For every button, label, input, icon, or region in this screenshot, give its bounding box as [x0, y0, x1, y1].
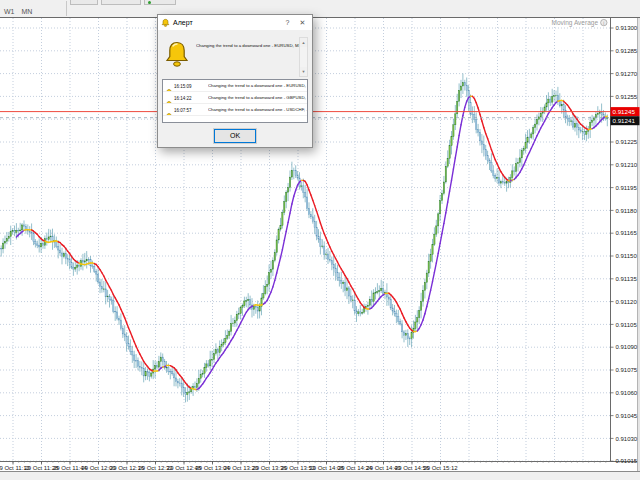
svg-text:0.91015: 0.91015	[616, 458, 638, 464]
svg-text:0.91241: 0.91241	[613, 117, 636, 124]
dialog-title-bar[interactable]: Алерт ? ✕	[158, 15, 312, 30]
svg-text:0.91105: 0.91105	[616, 322, 638, 328]
svg-text:0.91150: 0.91150	[616, 253, 638, 259]
alert-message: Changing the trend to a downward one - E…	[196, 43, 275, 47]
bell-icon	[165, 82, 174, 90]
scrollbar-track[interactable]	[300, 47, 307, 67]
alert-list-item[interactable]: 16:15:09Changing the trend to a downward…	[163, 80, 307, 92]
timeframe-buttons: W1MN	[0, 0, 35, 17]
toolbar-button-stub[interactable]	[70, 0, 98, 5]
svg-text:0.91195: 0.91195	[616, 185, 638, 191]
bell-icon	[161, 14, 170, 32]
svg-text:0.91045: 0.91045	[616, 413, 638, 419]
svg-text:0.91075: 0.91075	[616, 367, 638, 373]
scroll-down-button[interactable]: ▼	[300, 67, 307, 76]
svg-text:0.91270: 0.91270	[616, 71, 638, 77]
scroll-up-button[interactable]: ▲	[300, 38, 307, 47]
alert-list: 16:15:09Changing the trend to a downward…	[162, 79, 308, 123]
toolbar: W1MN	[0, 0, 640, 17]
status-dot-icon	[148, 1, 151, 4]
indicator-label: Moving Averagei	[552, 19, 608, 27]
svg-text:0.91030: 0.91030	[616, 436, 638, 442]
alert-time: 16:15:09	[174, 83, 200, 88]
alert-text: Changing the trend to a downward one - E…	[208, 83, 307, 87]
svg-text:0.91120: 0.91120	[616, 299, 638, 305]
alert-bell-icon	[165, 41, 189, 68]
svg-text:Moving Average: Moving Average	[552, 19, 599, 27]
svg-text:0.91285: 0.91285	[616, 48, 638, 54]
svg-text:i: i	[603, 21, 604, 26]
svg-text:0.91180: 0.91180	[616, 208, 638, 214]
svg-text:0.91300: 0.91300	[616, 25, 638, 31]
alert-text: Changing the trend to a downward one - G…	[208, 95, 307, 99]
price-axis: 0.913000.912850.912700.912550.912250.912…	[611, 25, 638, 464]
ok-button[interactable]: OK	[214, 129, 256, 143]
bell-icon	[165, 106, 174, 114]
svg-text:0.91225: 0.91225	[616, 139, 638, 145]
alert-list-item[interactable]: 16:07:57Changing the trend to a downward…	[163, 104, 307, 116]
time-axis: 29 Oct 11:1229 Oct 11:2829 Oct 11:4429 O…	[0, 462, 606, 471]
svg-text:0.91060: 0.91060	[616, 390, 638, 396]
toolbar-button-stub[interactable]	[101, 0, 141, 5]
alert-text: Changing the trend to a downward one - U…	[208, 107, 307, 111]
svg-text:29 Oct 15:12: 29 Oct 15:12	[423, 465, 458, 471]
price-tags: 0.912450.91241	[611, 107, 640, 125]
svg-text:0.91135: 0.91135	[616, 276, 638, 282]
toolbar-separator	[66, 1, 67, 16]
message-scrollbar[interactable]: ▲ ▼	[299, 37, 308, 77]
svg-text:0.91165: 0.91165	[616, 230, 638, 236]
dialog-title: Алерт	[173, 19, 193, 26]
help-button[interactable]: ?	[281, 19, 294, 26]
timeframe-button-w1[interactable]: W1	[4, 8, 15, 15]
svg-text:0.91090: 0.91090	[616, 344, 638, 350]
close-button[interactable]: ✕	[296, 19, 309, 27]
svg-text:0.91210: 0.91210	[616, 162, 638, 168]
svg-text:0.91255: 0.91255	[616, 94, 638, 100]
status-bar	[0, 472, 640, 480]
alert-time: 16:07:57	[174, 107, 200, 112]
price-chart[interactable]: 0.913000.912850.912700.912550.912250.912…	[0, 0, 640, 480]
alert-dialog: Алерт ? ✕ Changing the trend to a downwa…	[157, 14, 313, 148]
timeframe-button-mn[interactable]: MN	[22, 8, 33, 15]
alert-list-item[interactable]: 16:14:22Changing the trend to a downward…	[163, 92, 307, 104]
svg-text:0.91245: 0.91245	[613, 108, 636, 115]
alert-time: 16:14:22	[174, 95, 200, 100]
bell-icon	[165, 94, 174, 102]
